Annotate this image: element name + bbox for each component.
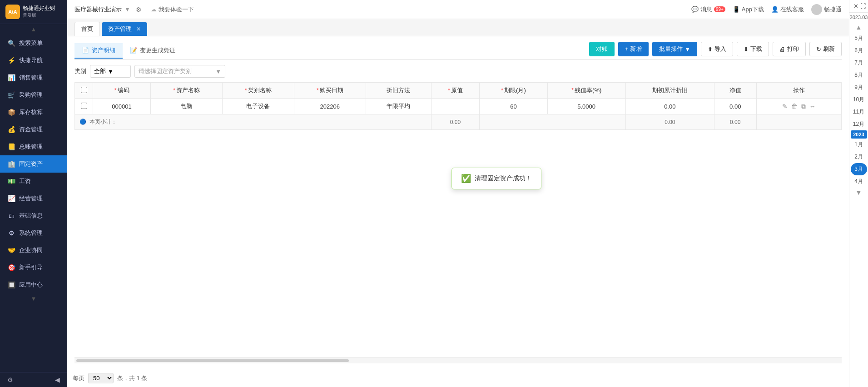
experience-btn[interactable]: ☁ 我要体验一下 <box>151 5 194 14</box>
select-all-checkbox[interactable] <box>81 87 87 93</box>
print-button[interactable]: 🖨 打印 <box>773 42 806 56</box>
batch-button[interactable]: 批量操作 ▼ <box>652 42 697 56</box>
month-scroll-up[interactable]: ▲ <box>854 22 863 32</box>
service-icon: 👤 <box>771 6 779 13</box>
col-initial-dep: 期初累计折旧 <box>625 83 714 99</box>
filter-row: 类别 全部 ▼ 请选择固定资产类别 ▼ <box>74 65 842 78</box>
company-selector[interactable]: 医疗器械行业演示 ▼ <box>74 5 130 14</box>
logo-icon: AtA <box>5 5 20 19</box>
sidebar-item-apps[interactable]: 🔲 应用中心 <box>0 276 67 293</box>
month-10[interactable]: 10月 <box>851 94 867 106</box>
month-3-current[interactable]: 3月 <box>851 163 867 175</box>
category-type-select[interactable]: 全部 ▼ <box>90 65 131 78</box>
header: 医疗器械行业演示 ▼ ⚙ ☁ 我要体验一下 💬 消息 99+ 📱 App下载 👤… <box>67 0 849 19</box>
month-6[interactable]: 6月 <box>851 45 867 57</box>
dropdown-icon: ▼ <box>124 6 130 13</box>
settings-gear-icon[interactable]: ⚙ <box>136 6 142 13</box>
online-service-btn[interactable]: 👤 在线客服 <box>771 5 804 14</box>
quicknav-icon: ⚡ <box>7 57 15 64</box>
row-initial-dep: 0.00 <box>625 99 714 114</box>
sidebar-item-ledger[interactable]: 📒 总账管理 <box>0 138 67 155</box>
guide-icon: 🎯 <box>7 264 15 271</box>
settings-icon[interactable]: ⚙ <box>7 376 13 383</box>
month-7[interactable]: 7月 <box>851 57 867 69</box>
ops-icon: 📈 <box>7 195 15 202</box>
sub-tab-change-voucher[interactable]: 📝 变更生成凭证 <box>123 43 183 59</box>
more-icon[interactable]: ↔ <box>809 103 816 110</box>
month-11[interactable]: 11月 <box>851 106 867 118</box>
category-label: 类别 <box>74 67 86 75</box>
sidebar-item-inventory[interactable]: 📦 库存核算 <box>0 104 67 121</box>
sidebar-item-purchase[interactable]: 🛒 采购管理 <box>0 86 67 104</box>
sub-tabs: 📄 资产明细 📝 变更生成凭证 对账 + 新增 批量操作 ▼ ⬆ 导入 <box>74 42 842 60</box>
import-button[interactable]: ⬆ 导入 <box>701 42 733 56</box>
sidebar-item-sales[interactable]: 📊 销售管理 <box>0 69 67 86</box>
new-button[interactable]: + 新增 <box>618 42 649 56</box>
sidebar-item-fixed[interactable]: 🏢 固定资产 <box>0 155 67 173</box>
toast-message: 清理固定资产成功！ <box>475 174 532 183</box>
close-panel-icon[interactable]: ✕ <box>853 3 858 10</box>
sidebar-item-guide[interactable]: 🎯 新手引导 <box>0 259 67 276</box>
sidebar-scroll-down[interactable]: ▼ <box>0 293 67 304</box>
sidebar-item-payroll[interactable]: 💵 工资 <box>0 173 67 190</box>
subtotal-original: 0.00 <box>431 114 480 130</box>
payroll-icon: 💵 <box>7 178 15 185</box>
asset-table: *编码 *资产名称 *类别名称 *购买日期 折旧方法 <box>74 82 842 130</box>
pagination-bar: 每页 50 100 条，共 1 条 <box>67 369 849 387</box>
per-page-select[interactable]: 50 100 <box>88 373 114 383</box>
success-toast: ✅ 清理固定资产成功！ <box>451 168 541 189</box>
asset-detail-icon: 📄 <box>82 47 89 54</box>
sidebar-item-ops[interactable]: 📈 经营管理 <box>0 190 67 207</box>
user-profile[interactable]: 畅捷通 <box>811 4 842 15</box>
sidebar-item-quicknav[interactable]: ⚡ 快捷导航 <box>0 52 67 69</box>
copy-icon[interactable]: ⧉ <box>801 103 806 110</box>
month-scroll-down[interactable]: ▼ <box>854 188 863 198</box>
month-2[interactable]: 2月 <box>851 151 867 163</box>
row-category: 电子设备 <box>222 99 294 114</box>
month-12[interactable]: 12月 <box>851 118 867 130</box>
month-1[interactable]: 1月 <box>851 139 867 151</box>
edit-icon[interactable]: ✎ <box>782 103 788 110</box>
collapse-icon[interactable]: ◀ <box>55 376 60 383</box>
header-right: 💬 消息 99+ 📱 App下载 👤 在线客服 畅捷通 <box>691 4 842 15</box>
table-row: 000001 电脑 电子设备 202206 年限平均 60 5.0000 0.0… <box>75 99 842 114</box>
download-button[interactable]: ⬇ 下载 <box>737 42 769 56</box>
subtotal-net-value: 0.00 <box>714 114 756 130</box>
row-checkbox[interactable] <box>81 103 87 109</box>
change-voucher-icon: 📝 <box>130 47 137 54</box>
horizontal-scrollbar[interactable] <box>76 359 349 362</box>
sidebar-item-capital[interactable]: 💰 资金管理 <box>0 121 67 138</box>
delete-icon[interactable]: 🗑 <box>791 103 798 110</box>
sidebar-scroll-up[interactable]: ▲ <box>0 24 67 35</box>
sidebar-item-system[interactable]: ⚙ 系统管理 <box>0 224 67 242</box>
sub-tab-asset-detail[interactable]: 📄 资产明细 <box>74 43 123 59</box>
col-actions: 操作 <box>756 83 841 99</box>
sidebar: AtA 畅捷通好业财 普及版 ▲ 🔍 搜索菜单 ⚡ 快捷导航 📊 销售管理 🛒 … <box>0 0 67 387</box>
sidebar-item-corp[interactable]: 🤝 企业协同 <box>0 242 67 259</box>
month-5[interactable]: 5月 <box>851 32 867 45</box>
chevron-down-icon: ▼ <box>108 68 114 75</box>
expand-panel-icon[interactable]: ⛶ <box>860 3 866 10</box>
message-icon: 💬 <box>691 6 699 13</box>
scrollbar-area <box>74 357 842 363</box>
ledger-icon: 📒 <box>7 143 15 150</box>
row-actions: ✎ 🗑 ⧉ ↔ <box>756 99 841 114</box>
messages-btn[interactable]: 💬 消息 99+ <box>691 5 725 14</box>
year-2023-badge[interactable]: 2023 <box>851 130 867 139</box>
month-8[interactable]: 8月 <box>851 69 867 81</box>
subtotal-icon: 🔵 <box>79 119 86 125</box>
col-original-value: *原值 <box>431 83 480 99</box>
tab-home[interactable]: 首页 <box>74 22 100 36</box>
app-download-btn[interactable]: 📱 App下载 <box>733 5 764 14</box>
sidebar-logo: AtA 畅捷通好业财 普及版 <box>0 0 67 24</box>
category-value-input[interactable]: 请选择固定资产类别 ▼ <box>134 65 225 78</box>
refresh-button[interactable]: ↻ 刷新 <box>809 42 842 56</box>
reconcile-button[interactable]: 对账 <box>589 42 615 56</box>
sidebar-item-basic[interactable]: 🗂 基础信息 <box>0 207 67 224</box>
tab-asset-mgmt[interactable]: 资产管理 ✕ <box>102 22 147 36</box>
tab-close-icon[interactable]: ✕ <box>136 26 141 32</box>
sidebar-item-search[interactable]: 🔍 搜索菜单 <box>0 35 67 52</box>
search-icon: 🔍 <box>7 40 15 47</box>
month-4[interactable]: 4月 <box>851 175 867 188</box>
month-9[interactable]: 9月 <box>851 81 867 94</box>
